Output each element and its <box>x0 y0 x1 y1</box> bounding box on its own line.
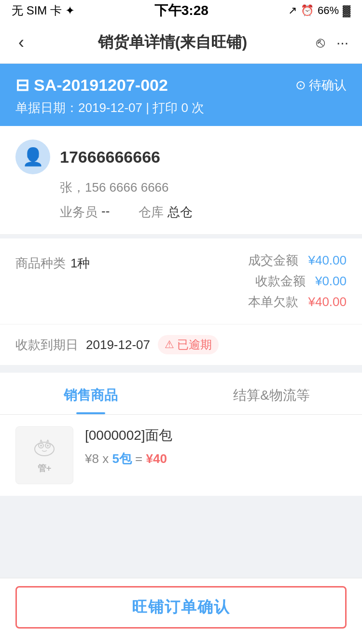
order-banner-top: ⊟ SA-20191207-002 ⊙ 待确认 <box>15 75 347 95</box>
sim-status: 无 SIM 卡 ✦ <box>12 3 75 18</box>
location-icon: ↗ <box>288 4 297 17</box>
owed-label: 本单欠款 <box>248 294 298 310</box>
owl-icon <box>32 437 56 461</box>
received-value: ¥0.00 <box>315 274 347 289</box>
svg-point-3 <box>40 445 42 447</box>
due-label: 收款到期日 <box>15 336 78 353</box>
nav-bar: ‹ 销货单详情(来自旺铺) ⎋ ··· <box>0 21 362 64</box>
goods-type-value: 1种 <box>70 255 90 272</box>
divider-1 <box>0 235 362 238</box>
order-date: 单据日期：2019-12-07 | 打印 0 次 <box>15 99 347 116</box>
svg-point-0 <box>35 442 54 456</box>
order-banner: ⊟ SA-20191207-002 ⊙ 待确认 单据日期：2019-12-07 … <box>0 64 362 126</box>
alarm-icon: ⏰ <box>301 4 314 17</box>
nav-actions: ⎋ ··· <box>316 34 348 51</box>
customer-meta: 业务员 -- 仓库 总仓 <box>60 204 347 221</box>
overdue-icon: ⚠ <box>165 338 174 351</box>
product-section: 管+ [0000002]面包 ¥8 x 5包 = ¥40 <box>0 415 362 496</box>
back-button[interactable]: ‹ <box>14 28 29 57</box>
equals: = <box>132 451 146 466</box>
product-info: [0000002]面包 ¥8 x 5包 = ¥40 <box>85 426 347 467</box>
owed-value: ¥40.00 <box>308 294 347 309</box>
status-time: 下午3:28 <box>154 1 209 20</box>
order-status: ⊙ 待确认 <box>295 77 347 94</box>
received-amount: 收款金额 ¥0.00 <box>255 273 347 290</box>
tabs-section: 销售商品 结算&物流等 <box>0 373 362 415</box>
more-button[interactable]: ··· <box>336 34 348 51</box>
order-id: ⊟ SA-20191207-002 <box>15 75 168 95</box>
product-logo: 管+ <box>25 441 64 470</box>
tab-sales-products[interactable]: 销售商品 <box>0 373 181 414</box>
product-image: 管+ <box>15 426 73 484</box>
brand-label: 管+ <box>38 462 52 474</box>
battery-icon: ▓ <box>343 4 350 17</box>
status-bar: 无 SIM 卡 ✦ 下午3:28 ↗ ⏰ 66% ▓ <box>0 0 362 21</box>
summary-left: 商品种类 1种 <box>15 252 248 310</box>
due-date: 2019-12-07 <box>86 337 150 352</box>
transaction-amount: 成交金额 ¥40.00 <box>248 252 347 269</box>
status-text: 待确认 <box>309 77 347 94</box>
owed-amount: 本单欠款 ¥40.00 <box>248 294 347 310</box>
tab-settlement-label: 结算&物流等 <box>233 388 310 403</box>
product-name: [0000002]面包 <box>85 426 347 445</box>
goods-type-label: 商品种类 <box>15 255 66 272</box>
tab-settlement[interactable]: 结算&物流等 <box>181 373 362 414</box>
due-section: 收款到期日 2019-12-07 ⚠ 已逾期 <box>0 324 362 369</box>
summary-right: 成交金额 ¥40.00 收款金额 ¥0.00 本单欠款 ¥40.00 <box>248 252 347 310</box>
status-left: 无 SIM 卡 ✦ <box>12 3 75 18</box>
warehouse-value: 总仓 <box>167 204 193 221</box>
bottom-bar: 旺铺订单确认 <box>0 578 362 644</box>
share-button[interactable]: ⎋ <box>316 34 325 51</box>
sales-label: 业务员 <box>60 204 97 221</box>
tab-sales-label: 销售商品 <box>64 388 118 403</box>
svg-point-4 <box>47 445 49 447</box>
customer-section: 👤 17666666666 张，156 6666 6666 业务员 -- 仓库 … <box>0 126 362 235</box>
customer-name: 张，156 6666 6666 <box>60 179 347 196</box>
product-price: ¥8 x 5包 = ¥40 <box>85 450 347 467</box>
customer-top: 👤 17666666666 <box>15 140 347 174</box>
page-title: 销货单详情(来自旺铺) <box>98 32 247 53</box>
order-id-text: SA-20191207-002 <box>34 76 168 95</box>
warehouse: 仓库 总仓 <box>139 204 193 221</box>
quantity: 5包 <box>112 451 131 466</box>
overdue-badge: ⚠ 已逾期 <box>158 335 219 354</box>
price-formula: ¥8 x <box>85 451 112 466</box>
battery-level: 66% <box>318 4 339 17</box>
customer-phone: 17666666666 <box>60 148 160 167</box>
status-right: ↗ ⏰ 66% ▓ <box>288 4 350 17</box>
avatar-icon: 👤 <box>22 147 44 167</box>
overdue-text: 已逾期 <box>177 337 212 352</box>
status-icon: ⊙ <box>295 78 306 93</box>
summary-section: 商品种类 1种 成交金额 ¥40.00 收款金额 ¥0.00 本单欠款 ¥40.… <box>0 238 362 324</box>
confirm-button[interactable]: 旺铺订单确认 <box>15 586 347 629</box>
received-label: 收款金额 <box>255 273 306 290</box>
goods-type: 商品种类 1种 <box>15 255 90 272</box>
avatar: 👤 <box>15 140 50 174</box>
sales-value: -- <box>101 204 110 221</box>
order-icon: ⊟ <box>15 75 29 95</box>
transaction-label: 成交金额 <box>248 252 298 269</box>
total-price: ¥40 <box>146 451 167 466</box>
warehouse-label: 仓库 <box>139 204 164 221</box>
sales-person: 业务员 -- <box>60 204 110 221</box>
divider-2 <box>0 369 362 373</box>
transaction-value: ¥40.00 <box>308 253 347 268</box>
